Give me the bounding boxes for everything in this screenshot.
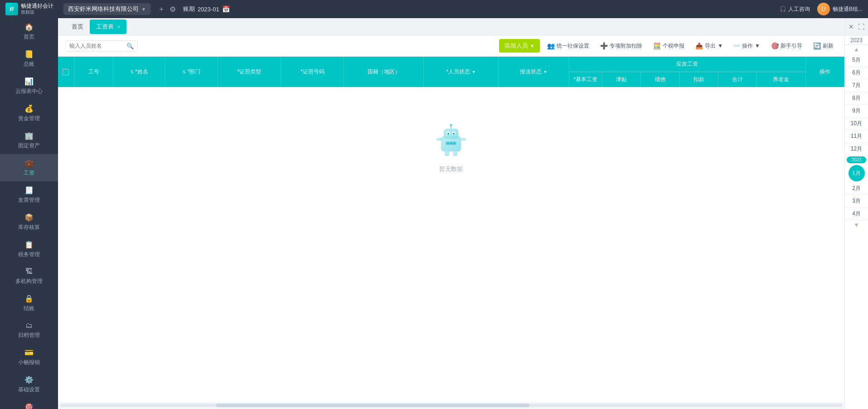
month-5[interactable]: 5月 <box>845 54 868 67</box>
sidebar-item-inventory[interactable]: 📦 库存核算 <box>0 209 58 236</box>
select-all-checkbox[interactable] <box>63 69 69 75</box>
sidebar-item-settings[interactable]: ⚙️ 基础设置 <box>0 371 58 398</box>
sidebar-label-funds: 资金管理 <box>18 115 40 122</box>
support-button[interactable]: 🎧 人工咨询 <box>780 5 810 13</box>
table-wrap: 工号 ⇅ *姓名 ⇅ *部门 *证照类型 *证照号码 国籍（地区） <box>58 57 844 402</box>
header-right: 🎧 人工咨询 U 畅捷通B组... <box>780 3 863 15</box>
sidebar-item-payroll[interactable]: 💼 工资 <box>0 154 58 181</box>
sidebar: 🏠 首页 📒 总账 📊 云报表中心 💰 资金管理 🏢 固定资产 💼 工资 🧾 发… <box>0 18 58 409</box>
calendar-icon[interactable]: 📅 <box>222 5 230 13</box>
guide-button[interactable]: 🎯 新手引导 <box>767 40 806 52</box>
user-info[interactable]: U 畅捷通B组... <box>817 3 863 15</box>
panel-expand-icon[interactable]: ⛶ <box>858 23 864 30</box>
ledger-icon: 📒 <box>24 50 34 58</box>
filter-status-icon[interactable]: ▼ <box>471 69 476 74</box>
app-name: 畅捷通好会计 <box>21 3 53 9</box>
sort-dept-icon[interactable]: ⇅ <box>182 69 186 74</box>
add-icon[interactable]: ＋ <box>158 5 165 14</box>
month-2[interactable]: 2月 <box>845 182 868 195</box>
svg-rect-9 <box>446 142 449 144</box>
extra-deduct-button[interactable]: ➕ 专项附加扣除 <box>596 40 646 52</box>
social-security-button[interactable]: 👥 统一社保设置 <box>543 40 593 52</box>
month-6[interactable]: 6月 <box>845 67 868 79</box>
tab-close-icon[interactable]: × <box>117 24 120 29</box>
main-layout: 🏠 首页 📒 总账 📊 云报表中心 💰 资金管理 🏢 固定资产 💼 工资 🧾 发… <box>0 18 868 409</box>
company-selector[interactable]: 西安虾米网络科技有限公司 ▼ <box>63 3 150 15</box>
sidebar-item-close[interactable]: 🔒 结账 <box>0 290 58 317</box>
add-person-label: 添加人员 <box>504 42 528 50</box>
sidebar-item-archive[interactable]: 🗂 归档管理 <box>0 317 58 344</box>
sidebar-label-assets: 固定资产 <box>18 142 40 150</box>
nav-up-arrow[interactable]: ▲ <box>845 45 868 54</box>
operations-icon: ⋯ <box>734 42 740 49</box>
add-person-button[interactable]: 添加人员 ▼ <box>499 39 540 53</box>
sidebar-item-funds[interactable]: 💰 资金管理 <box>0 100 58 127</box>
filter-report-icon[interactable]: ▼ <box>543 69 548 74</box>
month-10[interactable]: 10月 <box>845 117 868 130</box>
sidebar-item-ledger[interactable]: 📒 总账 <box>0 45 58 73</box>
support-label: 人工咨询 <box>788 5 810 13</box>
sidebar-label-home: 首页 <box>24 33 34 41</box>
invoice-icon: 🧾 <box>24 186 34 195</box>
guide-label: 新手引导 <box>781 42 802 50</box>
month-11[interactable]: 11月 <box>845 130 868 143</box>
year-display: 2023 <box>845 35 868 45</box>
svg-rect-15 <box>453 151 457 156</box>
nav-down-arrow[interactable]: ▼ <box>845 220 868 229</box>
avatar: U <box>817 3 830 15</box>
scrollbar-area[interactable] <box>58 402 844 409</box>
search-input[interactable] <box>69 43 124 49</box>
svg-rect-13 <box>460 138 466 141</box>
search-box[interactable]: 🔍 <box>65 40 138 52</box>
personal-tax-label: 个税申报 <box>663 42 684 50</box>
sidebar-item-tax[interactable]: 📋 税务管理 <box>0 236 58 263</box>
month-3[interactable]: 3月 <box>845 195 868 208</box>
sidebar-label-tax: 税务管理 <box>18 251 40 258</box>
sidebar-item-multi[interactable]: 🏗 多机构管理 <box>0 263 58 290</box>
export-button[interactable]: 📤 导出 ▼ <box>692 40 727 52</box>
panel-close-icon[interactable]: ✕ <box>849 23 854 30</box>
top-header: 好 畅捷通好会计 旗舰版 西安虾米网络科技有限公司 ▼ ＋ ⚙ 账期 2023-… <box>0 0 868 18</box>
month-1-active[interactable]: 1月 <box>849 165 865 181</box>
app-edition: 旗舰版 <box>21 9 53 15</box>
sidebar-label-inventory: 库存核算 <box>18 224 40 231</box>
month-4[interactable]: 4月 <box>845 208 868 220</box>
scroll-thumb[interactable] <box>216 404 529 407</box>
headset-icon: 🎧 <box>780 6 786 12</box>
th-emp-no: 工号 <box>74 57 113 87</box>
sidebar-label-expense: 小畅报销 <box>18 359 40 366</box>
sidebar-item-assets[interactable]: 🏢 固定资产 <box>0 127 58 154</box>
sidebar-label-reports: 云报表中心 <box>15 88 43 95</box>
month-9[interactable]: 9月 <box>845 105 868 117</box>
search-icon: 🔍 <box>126 43 134 49</box>
month-7[interactable]: 7月 <box>845 79 868 92</box>
export-arrow-icon: ▼ <box>718 43 723 49</box>
month-12[interactable]: 12月 <box>845 143 868 156</box>
refresh-label: 刷新 <box>823 42 834 50</box>
refresh-button[interactable]: 🔄 刷新 <box>810 40 837 52</box>
tab-home[interactable]: 首页 <box>65 19 90 34</box>
sidebar-item-invoice[interactable]: 🧾 发票管理 <box>0 181 58 209</box>
th-deduction: 扣款 <box>679 72 718 88</box>
th-checkbox[interactable] <box>58 57 74 87</box>
svg-rect-1 <box>444 129 458 139</box>
sidebar-label-archive: 归档管理 <box>18 331 40 339</box>
month-8[interactable]: 8月 <box>845 92 868 105</box>
tab-payroll[interactable]: 工资表 × <box>90 19 126 34</box>
tab-payroll-label: 工资表 <box>96 23 114 31</box>
personal-tax-button[interactable]: 🧮 个税申报 <box>650 40 688 52</box>
sidebar-item-expense[interactable]: 💳 小畅报销 <box>0 344 58 371</box>
sidebar-item-home[interactable]: 🏠 首页 <box>0 18 58 45</box>
inventory-icon: 📦 <box>24 213 34 222</box>
tab-bar: 首页 工资表 × <box>58 18 844 35</box>
year-value: 2023 <box>850 37 863 44</box>
scroll-track[interactable] <box>60 404 843 407</box>
sort-name-icon[interactable]: ⇅ <box>130 69 134 74</box>
funds-icon: 💰 <box>24 104 34 113</box>
sidebar-item-reports[interactable]: 📊 云报表中心 <box>0 73 58 100</box>
settings-icon[interactable]: ⚙ <box>170 5 176 14</box>
sidebar-item-guide[interactable]: 🎯 新手引导 <box>0 398 58 409</box>
panel-header: ✕ ⛶ <box>845 18 868 35</box>
sidebar-label-settings: 基础设置 <box>18 386 40 394</box>
operations-button[interactable]: ⋯ 操作 ▼ <box>730 40 764 52</box>
